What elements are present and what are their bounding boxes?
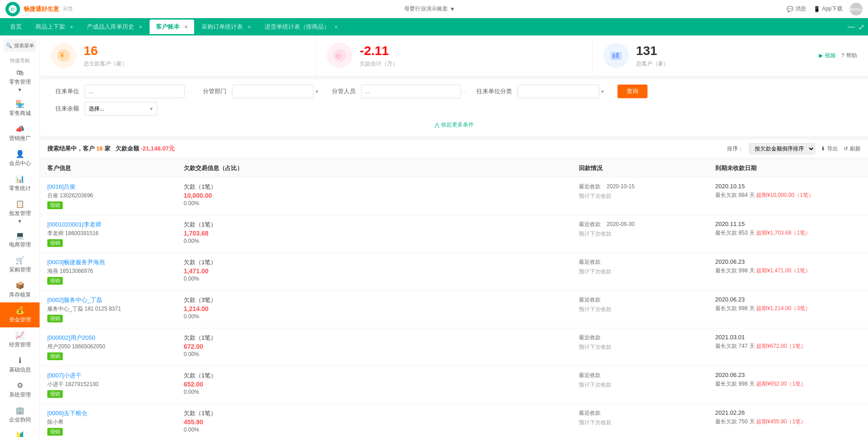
tab-purchase-stats-label: 进货单统计表（按商品） (265, 23, 330, 31)
debt-percent-5: 0.00% (184, 351, 579, 357)
sidebar-item-system[interactable]: ⚙ 系统管理 (0, 377, 40, 402)
finance-icon: 💰 (15, 306, 25, 315)
overdue-link-7[interactable]: 超期¥455.90（1笔） (756, 418, 806, 425)
customer-name-2[interactable]: [0001020001]李老师 (47, 221, 184, 229)
overdue-link-6[interactable]: 超期¥652.00（1笔） (756, 381, 806, 387)
export-btn[interactable]: ⬇ 导出 (821, 145, 838, 153)
tab-purchase-order-close[interactable]: ✕ (247, 25, 251, 30)
overdue-link-4[interactable]: 超期¥1,214.00（3笔） (756, 305, 811, 311)
stat-card-3: 131 总客户（家） ▶ 视频 ? 帮助 (592, 35, 868, 75)
sidebar-item-newbie[interactable]: 🔰 新手引导 (0, 427, 40, 437)
balance-select[interactable]: 选择... (85, 102, 157, 116)
tab-purchase-stats-close[interactable]: ✕ (334, 25, 338, 30)
repay-info-1: 最近收款 2020-10-15 预计下次收款 (579, 183, 715, 200)
customer-name-4[interactable]: [0002]服务中心_丁磊 (47, 296, 184, 304)
stat-label-2: 欠款合计（万） (360, 60, 398, 68)
sidebar-item-enterprise[interactable]: 🏢 企业协同 (0, 402, 40, 427)
unit-category-select[interactable] (517, 85, 599, 98)
customer-name-1[interactable]: [0016]吕俊 (47, 183, 184, 191)
customer-phone-6: 小进干 18279152100 (47, 381, 184, 388)
debt-count-2: 欠款（1笔） (184, 221, 579, 229)
window-maximize-icon[interactable]: ⤢ (858, 23, 864, 31)
sidebar-item-purchase[interactable]: 🛒 采购管理 (0, 252, 40, 277)
sidebar-item-retail-mall[interactable]: 🏪 零售商城 (0, 96, 40, 121)
video-icon: ▶ (819, 52, 823, 59)
stat-actions: ▶ 视频 ? 帮助 (819, 52, 857, 60)
newbie-icon: 🔰 (15, 431, 25, 437)
store-name: 母婴行业演示账套 (404, 5, 448, 13)
help-btn[interactable]: ? 帮助 (841, 52, 857, 60)
sort-select[interactable]: 按欠款金额倒序排序 (749, 143, 815, 154)
sidebar-item-retail-mgmt[interactable]: 🛍 零售管理 ▼ (0, 65, 40, 96)
sidebar-item-operations[interactable]: 📈 经营管理 (0, 327, 40, 352)
refresh-btn[interactable]: ↺ 刷新 (843, 145, 861, 153)
overdue-link-1[interactable]: 超期¥10,000.00（1笔） (756, 192, 814, 198)
overdue-info-7: 2021.02.26 最长欠款 750 天 超期¥455.90（1笔） (715, 409, 861, 426)
tab-product-history-close[interactable]: ✕ (139, 25, 142, 30)
sidebar-item-finance[interactable]: 💰 资金管理 (0, 302, 40, 327)
app-subtitle: 示范 (63, 5, 73, 12)
due-date-1: 2020.10.15 (715, 183, 861, 190)
overdue-link-5[interactable]: 超期¥672.00（1笔） (756, 343, 806, 349)
messages-btn[interactable]: 💬 消息 (787, 5, 806, 13)
sidebar-item-retail-stats[interactable]: 📊 零售统计 (0, 171, 40, 196)
overdue-days-7: 最长欠款 750 天 超期¥455.90（1笔） (715, 418, 861, 426)
customer-name-6[interactable]: [0007]小进干 (47, 372, 184, 380)
sidebar-item-member[interactable]: 👤 会员中心 (0, 146, 40, 171)
search-menu-btn[interactable]: 🔍 搜索菜单 (4, 39, 36, 52)
tab-home[interactable]: 首页 (4, 20, 28, 34)
dept-dropdown-icon: ▼ (315, 89, 319, 94)
sidebar: 🔍 搜索菜单 快捷导航 🛍 零售管理 ▼ 🏪 零售商城 📣 营销推广 👤 会员中… (0, 35, 40, 437)
last-payment-6: 最近收款 (579, 372, 715, 379)
sidebar-item-basic-info[interactable]: ℹ 基础信息 (0, 352, 40, 377)
customer-tag-4: 现销 (47, 315, 63, 322)
batch-mgmt-icon: 📋 (15, 200, 25, 208)
search-button[interactable]: 查询 (617, 85, 647, 98)
filter-row-2: 往来余额 选择... ▼ (47, 102, 861, 116)
dept-select[interactable] (232, 85, 314, 98)
customer-name-3[interactable]: [0003]畅捷服务尹海燕 (47, 258, 184, 266)
batch-mgmt-arrow: ▼ (18, 219, 22, 224)
tab-purchase-order[interactable]: 采购订单统计表 ✕ (195, 20, 257, 34)
stat-info-3: 131 总客户（家） (636, 44, 669, 68)
source-unit-input[interactable] (85, 85, 185, 98)
sidebar-item-inventory[interactable]: 📦 库存核算 (0, 277, 40, 302)
manager-input[interactable] (361, 85, 461, 98)
customer-name-5[interactable]: [000002]用户2050 (47, 334, 184, 342)
export-icon: ⬇ (821, 146, 825, 152)
due-date-6: 2020.06.23 (715, 372, 861, 378)
window-minimize-icon[interactable]: — (848, 23, 855, 31)
tab-customer-account-close[interactable]: ✕ (184, 25, 188, 30)
sidebar-item-batch-mgmt[interactable]: 📋 批发管理 ▼ (0, 196, 40, 227)
user-avatar[interactable]: demo2 (850, 3, 863, 15)
filter-area: 往来单位 ··· 分管部门 ▼ 分管人员 ··· (40, 79, 868, 136)
overdue-days-4: 最长欠款 998 天 超期¥1,214.00（3笔） (715, 305, 861, 312)
overdue-link-2[interactable]: 超期¥1,703.68（1笔） (756, 230, 811, 236)
app-download-btn[interactable]: 📱 App下载 (813, 5, 843, 13)
last-payment-1: 最近收款 2020-10-15 (579, 183, 715, 191)
sidebar-item-marketing[interactable]: 📣 营销推广 (0, 121, 40, 146)
customer-phone-5: 用户2050 18665062050 (47, 343, 184, 351)
overdue-days-1: 最长欠款 884 天 超期¥10,000.00（1笔） (715, 191, 861, 199)
overdue-days-5: 最长欠款 747 天 超期¥672.00（1笔） (715, 342, 861, 350)
tab-customer-account[interactable]: 客户账本 ✕ (150, 20, 194, 34)
tab-product-history[interactable]: 产成品入库单历史 ✕ (80, 20, 149, 34)
overdue-link-3[interactable]: 超期¥1,471.00（1笔） (756, 267, 811, 274)
top-bar: 好 畅捷通好生意 示范 母婴行业演示账套 ▼ 💬 消息 📱 App下载 demo… (0, 0, 868, 18)
customer-info-2: [0001020001]李老师 李老师 18600391516 现销 (47, 221, 184, 247)
tab-bar-actions: — ⤢ (848, 23, 864, 31)
debt-count-4: 欠款（3笔） (184, 296, 579, 304)
search-icon: 🔍 (6, 43, 12, 49)
tab-product-shelf-close[interactable]: ✕ (70, 25, 73, 30)
store-selector[interactable]: 母婴行业演示账套 ▼ (404, 5, 455, 13)
debt-amount-4: 1,214.00 (184, 305, 579, 312)
sidebar-item-ecommerce[interactable]: 💻 电商管理 (0, 227, 40, 252)
next-payment-6: 预计下次收款 (579, 381, 715, 389)
stat-icon-2: ◇ (327, 43, 352, 68)
collapse-btn[interactable]: ⋀ 收起更多条件 (49, 121, 859, 129)
tab-product-shelf[interactable]: 商品上下架 ✕ (29, 20, 80, 34)
customer-tag-3: 现销 (47, 277, 63, 285)
tab-purchase-stats[interactable]: 进货单统计表（按商品） ✕ (258, 20, 344, 34)
video-btn[interactable]: ▶ 视频 (819, 52, 836, 60)
customer-name-7[interactable]: [0006]去下粮仓 (47, 409, 184, 417)
